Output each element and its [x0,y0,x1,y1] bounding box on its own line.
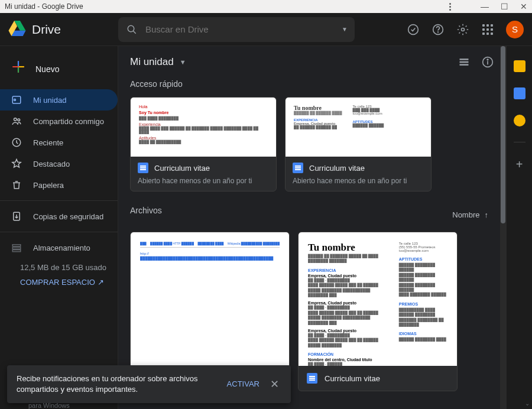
list-view-icon[interactable] [458,56,471,69]
storage-icon [11,242,22,253]
breadcrumb[interactable]: Mi unidad ▼ [130,56,186,68]
svg-point-9 [18,119,20,121]
search-input[interactable] [145,24,335,34]
svg-line-1 [133,31,136,34]
svg-point-2 [408,24,419,34]
nav-label: Almacenamiento [33,244,90,252]
toast-message: Recibe notificaciones en tu ordenador so… [17,374,219,395]
toast-close-button[interactable]: ✕ [268,378,281,391]
my-drive-icon [11,95,22,105]
storage-usage: 12,5 MB de 15 GB usado [20,263,118,272]
nav-label: Reciente [33,138,63,147]
svg-rect-12 [12,245,21,246]
new-button[interactable]: Nuevo [0,53,118,85]
separator [514,142,525,142]
document-preview: Hola Soy Tu nombre ███ ████ ████████ Exp… [131,98,276,157]
docs-icon [138,163,148,173]
nav-label: Copias de seguridad [33,212,103,221]
file-subtitle: Abierto hace menos de un año por ti [293,177,424,185]
file-name: Curriculum vitae [309,164,365,173]
quick-access-card[interactable]: Tu nombre ██████ ██ ██████ ████ EXPERIEN… [285,97,432,191]
sidebar: Nuevo Mi unidad Compartido conmigo Recie… [0,46,118,409]
svg-point-5 [462,28,465,31]
docs-icon [293,163,303,173]
svg-rect-15 [460,59,469,60]
quick-access-card[interactable]: Hola Soy Tu nombre ███ ████ ████████ Exp… [130,97,277,191]
app-header: Drive ▼ S [0,13,532,46]
svg-point-20 [487,59,488,60]
star-icon [11,158,22,169]
scrollbar-thumb[interactable] [501,46,505,223]
main-content: Mi unidad ▼ Acceso rápido Hola Soy Tu no… [118,46,506,409]
nav-shared-with-me[interactable]: Compartido conmigo [0,111,118,132]
file-subtitle: Abierto hace menos de un año por ti [138,177,269,185]
kebab-menu-icon[interactable] [449,3,451,11]
nav-trash[interactable]: Papelera [0,174,118,196]
close-window-button[interactable]: ✕ [520,2,527,11]
drive-logo[interactable]: Drive [8,21,118,38]
breadcrumb-label: Mi unidad [130,56,174,68]
buy-storage-link[interactable]: COMPRAR ESPACIO ↗ [20,278,118,287]
file-name: Curriculum vitae [325,374,380,383]
tasks-addon-icon[interactable] [514,115,525,126]
help-icon[interactable] [432,23,445,36]
nav-label: Compartido conmigo [33,117,104,126]
account-avatar[interactable]: S [506,21,524,38]
svg-rect-17 [460,64,469,66]
calendar-addon-icon[interactable] [514,60,525,72]
svg-point-0 [128,25,134,32]
shared-icon [11,116,22,126]
svg-point-7 [14,99,16,101]
backup-icon [11,211,22,222]
plus-icon [11,59,26,79]
search-options-dropdown[interactable]: ▼ [342,26,348,33]
minimize-button[interactable]: — [481,2,489,11]
svg-point-4 [438,31,439,32]
nav-my-drive[interactable]: Mi unidad [0,89,118,111]
nav-backups[interactable]: Copias de seguridad [0,206,118,227]
settings-gear-icon[interactable] [456,23,469,36]
apps-icon[interactable] [481,23,494,36]
recent-icon [11,137,22,148]
drive-logo-icon [8,21,26,38]
document-preview: █████████ ████ HTTP ██████████████ ████W… [131,232,289,366]
chevron-down-icon: ▼ [180,59,186,66]
nav-starred[interactable]: Destacado [0,153,118,174]
sort-arrow-up-icon: ↑ [485,210,489,219]
svg-rect-16 [460,61,469,63]
document-preview: Tu nombre ██████ ██ ██████ ████ EXPERIEN… [286,98,431,157]
new-button-label: Nuevo [35,64,59,74]
nav-storage[interactable]: Almacenamiento [0,237,118,258]
separator [0,200,118,201]
quick-access-heading: Acceso rápido [130,79,494,89]
nav-label: Destacado [33,160,70,168]
hidden-text: para Windows [28,402,70,409]
side-panel: + [506,46,532,409]
nav-label: Mi unidad [33,96,66,105]
file-card[interactable]: Tu nombre ██████ ██ ███████ █████ ██ ███… [298,232,458,391]
trash-icon [11,180,22,190]
svg-rect-13 [12,247,21,249]
sort-by-name[interactable]: Nombre ↑ [452,210,494,219]
keep-addon-icon[interactable] [514,87,525,99]
file-name: Curriculum vitae [154,164,210,173]
window-titlebar: Mi unidad - Google Drive — ☐ ✕ [0,0,532,13]
details-info-icon[interactable] [481,56,494,69]
nav-label: Papelera [33,181,64,190]
notification-toast: Recibe notificaciones en tu ordenador so… [7,365,291,403]
scrollbar[interactable] [500,46,506,409]
svg-point-8 [14,118,17,121]
offline-status-icon[interactable] [407,23,420,36]
maximize-button[interactable]: ☐ [501,2,508,11]
document-preview: Tu nombre ██████ ██ ███████ █████ ██ ███… [299,232,457,366]
scroll-down-arrow[interactable]: ⌄ [525,400,530,407]
files-heading: Archivos [130,206,162,215]
svg-rect-14 [12,250,21,252]
nav-recent[interactable]: Reciente [0,132,118,153]
toast-activate-button[interactable]: ACTIVAR [227,379,259,388]
window-title: Mi unidad - Google Drive [5,2,449,11]
separator [0,232,118,232]
add-addon-icon[interactable]: + [516,158,523,171]
docs-icon [307,373,317,384]
search-box[interactable]: ▼ [118,17,355,42]
